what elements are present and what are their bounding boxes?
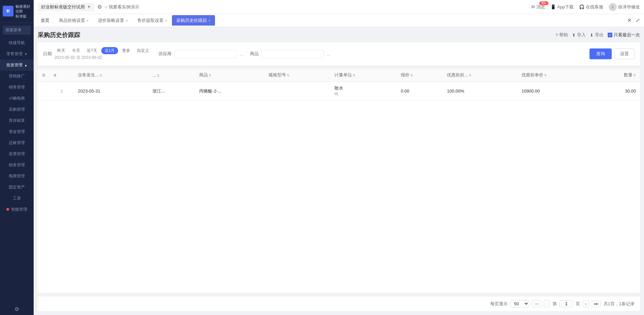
tab-product-price[interactable]: 商品价格设置 × bbox=[55, 15, 93, 26]
query-button[interactable]: 查询 bbox=[589, 48, 612, 59]
col-before-discount-sort[interactable]: ⇅ bbox=[544, 73, 547, 77]
col-date-header: 业务发生...⇅ bbox=[74, 69, 148, 82]
import-link[interactable]: ⬆ 导入 bbox=[572, 32, 586, 38]
row-quantity-cell: 30.00 bbox=[594, 82, 640, 101]
sidebar-item-salary[interactable]: 工资 bbox=[0, 193, 34, 204]
col-extra-header: ...⇅ bbox=[148, 69, 195, 82]
topbar-right: ✉ 消息 99+ 📱 App下载 🎧 在线客服 人 徐泽华修改 bbox=[531, 3, 640, 11]
date-btn-more[interactable]: 更多 bbox=[119, 47, 133, 54]
tab-home[interactable]: 首页 bbox=[36, 15, 54, 26]
tab-expand-button[interactable]: ⤢ bbox=[634, 16, 641, 24]
tab-purchase-history[interactable]: 采购历史价跟踪 × bbox=[172, 15, 215, 26]
sidebar-item-assets[interactable]: 固定资产 bbox=[0, 182, 34, 193]
col-extra-sort[interactable]: ⇅ bbox=[157, 74, 159, 77]
sidebar-item-ledger[interactable]: 总账管理 bbox=[0, 137, 34, 148]
date-filter-label: 日期 bbox=[43, 51, 52, 57]
product-input[interactable] bbox=[261, 50, 324, 58]
date-options: 昨天 今天 近7天 近1月 更多 自定义 bbox=[55, 47, 152, 54]
filter-settings-button[interactable]: 设置 bbox=[614, 48, 635, 59]
tab-close-all-button[interactable]: ✕ bbox=[626, 16, 633, 24]
ecommerce-small-label: 小畅电商 bbox=[9, 96, 25, 101]
col-product-sort[interactable]: ⇅ bbox=[209, 73, 211, 77]
tab-price-extract[interactable]: 售价提取设置 × bbox=[133, 15, 171, 26]
col-discount-sort[interactable]: ⇅ bbox=[469, 73, 471, 77]
col-spec-sort[interactable]: ⇅ bbox=[287, 73, 289, 77]
table-header-row: ⚙ # 业务发生...⇅ ...⇅ 商品⇅ 规格型号⇅ bbox=[38, 69, 640, 82]
col-before-discount-header: 优惠前单价⇅ bbox=[517, 69, 594, 82]
col-product-header: 商品⇅ bbox=[195, 69, 264, 82]
tab-purchase-history-label: 采购历史价跟踪 bbox=[176, 18, 207, 24]
import-label: 导入 bbox=[577, 32, 586, 38]
topbar-settings-button[interactable]: ⚙ bbox=[97, 4, 102, 10]
col-price-header: 报价⇅ bbox=[397, 69, 443, 82]
supplier-input[interactable] bbox=[174, 50, 237, 58]
logo: 财 畅捷通好业财 标准版 bbox=[0, 0, 34, 23]
product-filter-group: 商品 ... bbox=[250, 50, 330, 58]
page-first-button[interactable]: ⏮ bbox=[532, 300, 541, 307]
sidebar-settings-icon[interactable]: ⚙ bbox=[14, 306, 19, 312]
sidebar-item-retail[interactable]: 零售管理 ▼ bbox=[0, 48, 34, 60]
tab-purchase-strategy-label: 进价策略设置 bbox=[98, 18, 124, 24]
date-btn-7days[interactable]: 近7天 bbox=[84, 47, 100, 54]
product-more[interactable]: ... bbox=[327, 51, 330, 57]
tab-product-price-label: 商品价格设置 bbox=[59, 18, 85, 24]
row-extra-cell: 浙江... bbox=[148, 82, 195, 101]
supplier-more[interactable]: ... bbox=[240, 51, 243, 57]
supplier-filter-group: 供应商 ... bbox=[158, 50, 243, 58]
product-name: 好业财标准版交付试用 bbox=[41, 4, 85, 10]
export-link[interactable]: ⬇ 导出 bbox=[590, 32, 604, 38]
sidebar-item-purchase[interactable]: 采购管理 bbox=[0, 104, 34, 115]
page-next-button[interactable]: › bbox=[583, 300, 589, 307]
tab-price-extract-close[interactable]: × bbox=[165, 19, 167, 23]
tab-product-price-close[interactable]: × bbox=[86, 19, 88, 23]
messages-badge: 99+ bbox=[539, 1, 548, 5]
col-settings-header: ⚙ bbox=[38, 69, 50, 82]
col-date-sort[interactable]: ⇅ bbox=[100, 73, 102, 77]
page-size-select[interactable]: 20 50 100 200 bbox=[510, 300, 529, 308]
table-row: 1 2023-05-31 浙江... 丙烯酸-2-... 散水吨 0.00 10… bbox=[38, 82, 640, 101]
col-num-header: # bbox=[50, 69, 74, 82]
column-settings-icon[interactable]: ⚙ bbox=[42, 73, 46, 78]
page-number-input[interactable] bbox=[560, 300, 573, 307]
date-btn-1month[interactable]: 近1月 bbox=[101, 47, 118, 54]
col-unit-sort[interactable]: ⇅ bbox=[353, 73, 355, 77]
only-last-label: 只看最后一次 bbox=[614, 32, 640, 38]
sidebar: 财 畅捷通好业财 标准版 搜索菜单 快捷导航 零售管理 ▼ 批发管理 ▲ 营销推… bbox=[0, 0, 34, 315]
tab-purchase-strategy-close[interactable]: × bbox=[126, 19, 128, 23]
sidebar-item-inventory[interactable]: 库存核算 bbox=[0, 115, 34, 126]
headset-icon: 🎧 bbox=[579, 4, 584, 9]
col-price-sort[interactable]: ⇅ bbox=[410, 73, 413, 77]
demo-link[interactable]: ○ 我要看实例演示 bbox=[105, 4, 139, 10]
home-tab-label: 首页 bbox=[41, 18, 49, 24]
date-btn-today[interactable]: 今天 bbox=[69, 47, 83, 54]
col-quantity-sort[interactable]: ⇅ bbox=[633, 73, 636, 77]
only-last-checkbox[interactable]: ✓ bbox=[608, 33, 612, 37]
filter-panel: 日期 昨天 今天 近7天 近1月 更多 自定义 2023-05-02 至 202… bbox=[38, 42, 640, 65]
tab-purchase-strategy[interactable]: 进价策略设置 × bbox=[94, 15, 132, 26]
sidebar-item-finance[interactable]: 资金管理 bbox=[0, 126, 34, 137]
date-btn-custom[interactable]: 自定义 bbox=[134, 47, 152, 54]
sidebar-item-quick-nav[interactable]: 快捷导航 bbox=[0, 37, 34, 48]
page-label: 第 bbox=[552, 301, 557, 307]
row-unit-cell: 散水吨 bbox=[330, 82, 397, 101]
tab-purchase-history-close[interactable]: × bbox=[208, 19, 210, 23]
app-download-button[interactable]: 📱 App下载 bbox=[550, 4, 574, 10]
sidebar-item-invoice[interactable]: 发票管理 bbox=[0, 148, 34, 160]
user-info[interactable]: 人 徐泽华修改 bbox=[609, 3, 640, 11]
sidebar-item-tax[interactable]: 税务管理 bbox=[0, 160, 34, 171]
sidebar-item-ai[interactable]: 智能管理 bbox=[0, 204, 34, 215]
sidebar-item-wholesale[interactable]: 批发管理 ▲ bbox=[0, 60, 34, 71]
online-service-button[interactable]: 🎧 在线客服 bbox=[579, 4, 603, 10]
product-selector[interactable]: 好业财标准版交付试用 ▼ bbox=[38, 3, 95, 11]
help-link[interactable]: ? 帮助 bbox=[556, 32, 568, 38]
only-last-checkbox-label[interactable]: ✓ 只看最后一次 bbox=[608, 32, 640, 38]
page-prev-button[interactable]: ‹ bbox=[544, 300, 550, 307]
sidebar-item-ecommerce-small[interactable]: 小畅电商 bbox=[0, 93, 34, 104]
search-menu-button[interactable]: 搜索菜单 bbox=[3, 26, 31, 35]
messages-button[interactable]: ✉ 消息 99+ bbox=[531, 4, 545, 10]
date-btn-yesterday[interactable]: 昨天 bbox=[55, 47, 68, 54]
sidebar-item-sales[interactable]: 销售管理 bbox=[0, 82, 34, 93]
sidebar-item-ecommerce[interactable]: 电商管理 bbox=[0, 171, 34, 182]
page-last-button[interactable]: ⏭ bbox=[592, 300, 601, 307]
sidebar-item-marketing[interactable]: 营销推广 bbox=[0, 71, 34, 82]
